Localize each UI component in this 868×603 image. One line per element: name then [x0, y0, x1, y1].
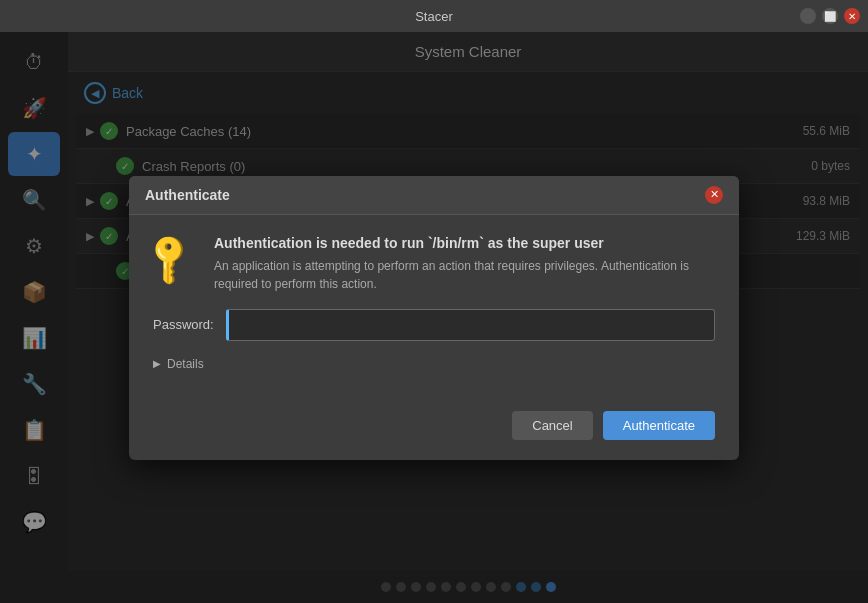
dialog-body: 🔑 Authentication is needed to run `/bin/…: [129, 215, 739, 399]
dialog-title: Authenticate: [145, 187, 230, 203]
minimize-button[interactable]: –: [800, 8, 816, 24]
dialog-footer: Cancel Authenticate: [129, 399, 739, 460]
password-label: Password:: [153, 317, 214, 332]
window-controls: – ⬜ ✕: [800, 8, 860, 24]
details-label: Details: [167, 357, 204, 371]
dialog-icon-row: 🔑 Authentication is needed to run `/bin/…: [153, 235, 715, 293]
title-bar: Stacer – ⬜ ✕: [0, 0, 868, 32]
details-toggle[interactable]: ▶ Details: [153, 353, 715, 375]
dialog-main-text: Authentication is needed to run `/bin/rm…: [214, 235, 715, 251]
modal-overlay: Authenticate ✕ 🔑 Authentication is neede…: [0, 32, 868, 603]
key-icon: 🔑: [139, 227, 212, 300]
dialog-text-block: Authentication is needed to run `/bin/rm…: [214, 235, 715, 293]
dialog-header: Authenticate ✕: [129, 176, 739, 215]
close-button[interactable]: ✕: [844, 8, 860, 24]
authenticate-dialog: Authenticate ✕ 🔑 Authentication is neede…: [129, 176, 739, 460]
dialog-close-button[interactable]: ✕: [705, 186, 723, 204]
maximize-button[interactable]: ⬜: [822, 8, 838, 24]
password-input[interactable]: [226, 309, 715, 341]
chevron-right-icon: ▶: [153, 358, 161, 369]
authenticate-button[interactable]: Authenticate: [603, 411, 715, 440]
dialog-sub-text: An application is attempting to perform …: [214, 257, 715, 293]
app-title: Stacer: [415, 9, 453, 24]
password-row: Password:: [153, 309, 715, 341]
cancel-button[interactable]: Cancel: [512, 411, 592, 440]
